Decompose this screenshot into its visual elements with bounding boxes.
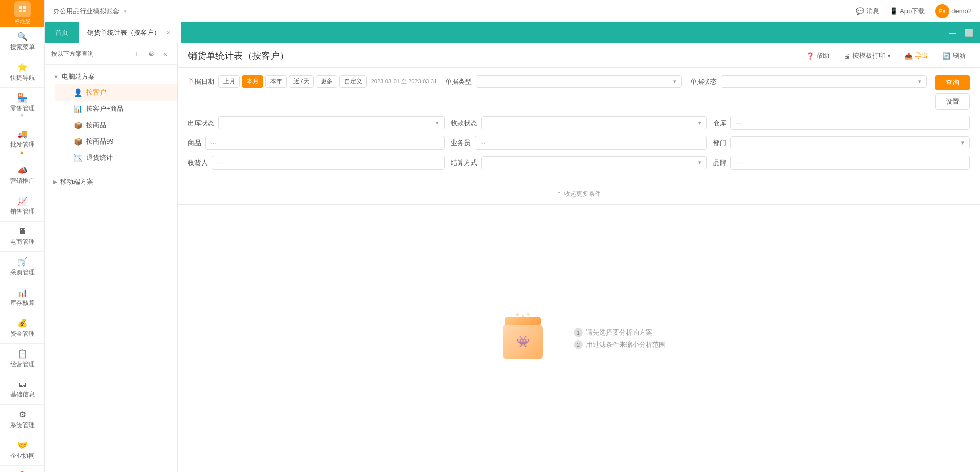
logo-icon	[14, 1, 31, 17]
sidebar-item-system[interactable]: ⚙ 系统管理	[0, 405, 44, 435]
help-icon: ❓	[806, 52, 814, 60]
avatar: Ea	[935, 4, 949, 18]
collapse-bar: ⌃ 收起更多条件	[178, 183, 980, 205]
collapse-panel-btn[interactable]: «	[160, 48, 171, 59]
sidebar-item-cooperation[interactable]: 🤝 企业协同	[0, 435, 44, 466]
empty-hint-2: 2 用过滤条件来缩小分析范围	[574, 340, 666, 349]
tree-item-by-product-99[interactable]: 📦 按商品99	[55, 133, 177, 150]
collapse-btn[interactable]: ⌃ 收起更多条件	[549, 187, 609, 200]
customer-product-icon: 📊	[74, 105, 82, 113]
tree-item-by-customer-product[interactable]: 📊 按客户+商品	[55, 101, 177, 117]
search-icon: 🔍	[17, 32, 28, 41]
add-scheme-btn[interactable]: +	[131, 48, 142, 59]
department-select[interactable]: ▾	[730, 136, 970, 149]
product-icon: 📦	[74, 121, 82, 129]
tree-group-desktop[interactable]: ▼ 电脑端方案	[45, 69, 177, 84]
main-area: 办公用品行业模拟账套 ▾ 💬 消息 📱 App下载 Ea demo2 首页	[45, 0, 980, 472]
print-btn[interactable]: 🖨 按模板打印 ▾	[840, 49, 894, 62]
date-btn-custom[interactable]: 自定义	[339, 75, 367, 88]
date-buttons: 上月 本月 本年 近7天 更多 自定义	[218, 75, 367, 88]
sidebar-item-quicknav[interactable]: ⭐ 快捷导航	[0, 57, 44, 88]
tree-item-by-customer[interactable]: 👤 按客户	[55, 84, 177, 101]
brand-label: 品牌	[713, 158, 726, 168]
sidebar-item-retail[interactable]: 🏪 零售管理 ▼	[0, 88, 44, 124]
basic-icon: 🗂	[18, 380, 27, 389]
sidebar-item-operations[interactable]: 📋 经营管理	[0, 344, 44, 374]
out-status-arrow-icon: ▾	[436, 120, 439, 126]
collapse-icon: ⌃	[557, 191, 562, 198]
date-range-display: 2023-03-01 至 2023-03-31	[371, 78, 437, 85]
brand-input[interactable]: ···	[730, 156, 970, 170]
receiver-label: 收货人	[188, 158, 208, 168]
tree-item-return-stats[interactable]: 📉 退货统计	[55, 150, 177, 166]
sidebar-item-wholesale[interactable]: 🚚 批发管理 ▲	[0, 124, 44, 160]
sidebar-item-finance[interactable]: 💰 资金管理	[0, 313, 44, 344]
sidebar-item-purchase[interactable]: 🛒 采购管理	[0, 252, 44, 282]
payment-select[interactable]: ▾	[481, 156, 707, 169]
sidebar-item-sales[interactable]: 📈 销售管理	[0, 191, 44, 222]
message-icon: 💬	[856, 7, 864, 15]
sidebar-item-search[interactable]: 🔍 搜索菜单	[0, 27, 44, 57]
salesperson-input[interactable]: ···	[475, 136, 707, 150]
date-btn-this-month[interactable]: 本月	[242, 75, 263, 88]
message-btn[interactable]: 💬 消息	[856, 7, 879, 16]
refresh-icon: 🔄	[942, 52, 950, 60]
help-btn[interactable]: ❓ 帮助	[802, 49, 834, 62]
out-status-select[interactable]: ▾	[218, 116, 445, 129]
receive-status-label: 收款状态	[451, 119, 477, 128]
sidebar-item-basic[interactable]: 🗂 基础信息	[0, 374, 44, 405]
tab-maximize-btn[interactable]: ⬜	[962, 26, 976, 40]
app-logo: 标准版	[0, 0, 45, 27]
page-title: 销货单统计表（按客户）	[188, 50, 289, 62]
tab-minimize-btn[interactable]: —	[945, 26, 960, 40]
page-header: 销货单统计表（按客户） ❓ 帮助 🖨 按模板打印 ▾ 📤 导出	[178, 43, 980, 68]
tree-group-mobile[interactable]: ▶ 移动端方案	[45, 174, 177, 190]
sidebar-item-newbie[interactable]: 🎯 新手引导	[0, 466, 44, 472]
settings-btn[interactable]: 设置	[935, 93, 970, 110]
tab-home[interactable]: 首页	[45, 22, 79, 43]
out-status-label: 出库状态	[188, 119, 214, 128]
sidebar-item-marketing[interactable]: 📣 营销推广	[0, 160, 44, 191]
sidebar-item-ecom[interactable]: 🖥 电商管理	[0, 222, 44, 252]
refresh-btn[interactable]: 🔄 刷新	[938, 49, 970, 62]
quicknav-icon: ⭐	[17, 62, 28, 72]
app-download-btn[interactable]: 📱 App下载	[890, 7, 925, 16]
customer-icon: 👤	[74, 88, 82, 97]
tree-section-desktop: ▼ 电脑端方案 👤 按客户 📊 按客户+商品 📦 按商品	[45, 65, 177, 170]
tab-close-btn[interactable]: ×	[164, 29, 173, 37]
settings-scheme-btn[interactable]: ☯	[145, 48, 157, 59]
tree-item-by-product[interactable]: 📦 按商品	[55, 117, 177, 133]
chevron-right-icon: ▶	[53, 179, 57, 185]
salesperson-label: 业务员	[451, 138, 471, 148]
doc-type-select[interactable]: ▾	[476, 75, 682, 88]
warehouse-label: 仓库	[713, 119, 726, 128]
print-icon: 🖨	[844, 52, 850, 60]
payment-arrow-icon: ▾	[698, 159, 701, 166]
date-btn-more[interactable]: 更多	[316, 75, 337, 88]
doc-type-label: 单据类型	[445, 77, 472, 86]
tab-active-sales-stats[interactable]: 销货单统计表（按客户） ×	[79, 22, 181, 43]
doc-status-select[interactable]: ▾	[721, 75, 927, 88]
receiver-input[interactable]: ···	[212, 156, 445, 170]
sales-icon: 📈	[17, 196, 28, 206]
date-btn-last-month[interactable]: 上月	[218, 75, 240, 88]
print-arrow-icon: ▾	[888, 53, 890, 59]
date-btn-this-year[interactable]: 本年	[265, 75, 287, 88]
product-input[interactable]: ···	[205, 136, 445, 150]
chevron-down-icon: ▼	[53, 74, 59, 80]
tab-bar: 首页 销货单统计表（按客户） × — ⬜	[45, 22, 980, 43]
tree-sub-desktop: 👤 按客户 📊 按客户+商品 📦 按商品 📦 按商品99	[45, 84, 177, 166]
breadcrumb: 办公用品行业模拟账套	[53, 7, 119, 16]
date-btn-last7[interactable]: 近7天	[289, 75, 314, 88]
export-btn[interactable]: 📤 导出	[900, 49, 932, 62]
user-profile[interactable]: Ea demo2	[935, 4, 972, 18]
query-btn[interactable]: 查询	[935, 75, 970, 90]
warehouse-input[interactable]: ···	[730, 116, 970, 130]
receive-status-select[interactable]: ▾	[481, 116, 707, 129]
header-actions: 💬 消息 📱 App下载 Ea demo2	[856, 4, 972, 18]
content-area: 按以下方案查询 + ☯ « ▼ 电脑端方案	[45, 43, 980, 472]
finance-icon: 💰	[17, 318, 28, 328]
left-panel-header: 按以下方案查询 + ☯ «	[45, 43, 177, 65]
sidebar-item-inventory[interactable]: 📊 库存核算	[0, 282, 44, 313]
empty-box: 👾	[503, 324, 543, 359]
